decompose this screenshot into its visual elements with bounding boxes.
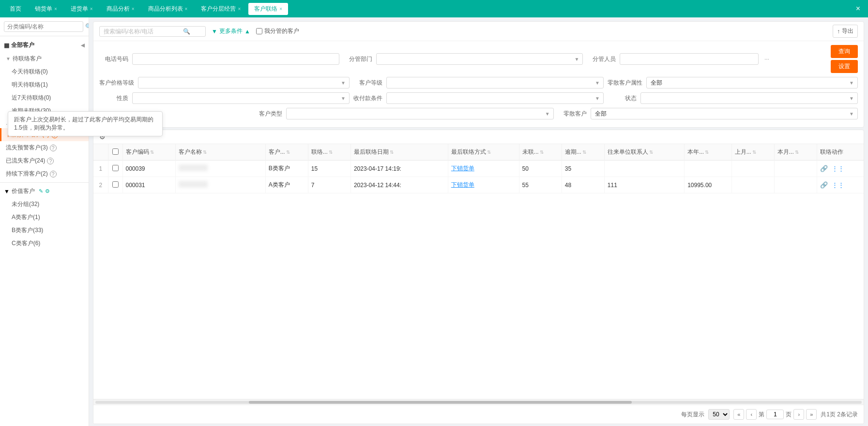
uncontacted-sort-icon[interactable]: ⇅ <box>540 149 544 155</box>
gender-select[interactable] <box>132 92 350 104</box>
horizontal-scrollbar[interactable] <box>93 399 864 405</box>
sidebar-ungrouped[interactable]: 未分组(32) <box>0 198 89 211</box>
manager-dots[interactable]: ··· <box>762 56 771 62</box>
grid-icon: ▦ <box>4 42 9 49</box>
department-select[interactable] <box>376 53 583 65</box>
nav-sales-close[interactable]: × <box>54 6 57 12</box>
retail-customer-select[interactable]: 全部 <box>591 108 858 119</box>
main-search-input[interactable] <box>104 28 181 35</box>
nav-customer-contact[interactable]: 客户联络 × <box>248 3 288 15</box>
filter-row-2: 客户价格等级 ▼ 客户等级 ▼ 零散客户属性 <box>99 77 858 88</box>
sidebar-tomorrow-pending[interactable]: 明天待联络(1) <box>0 78 89 91</box>
price-level-select[interactable] <box>138 77 350 88</box>
customer-type-select[interactable] <box>286 108 553 119</box>
last-page-btn[interactable]: » <box>806 409 817 420</box>
sidebar-search-area: 🔍 <box>0 17 89 36</box>
action-more-icon-0[interactable]: ⋮⋮ <box>832 165 844 172</box>
nav-customer-tier[interactable]: 客户分层经营 × <box>195 3 246 15</box>
more-conditions-btn[interactable]: ▼ 更多条件 ▲ <box>212 27 250 35</box>
cell-check-1[interactable] <box>108 177 122 193</box>
name-sort-icon[interactable]: ⇅ <box>203 149 207 155</box>
sidebar-value-customers-header[interactable]: ▼ 价值客户 ✎ ⚙ <box>0 185 89 198</box>
cell-check-0[interactable] <box>108 161 122 177</box>
lastdate-sort-icon[interactable]: ⇅ <box>390 149 394 155</box>
th-contact: 联络...⇅ <box>308 144 350 161</box>
nav-window-close[interactable]: × <box>852 4 864 13</box>
action-link-icon-0[interactable]: 🔗 <box>820 165 828 172</box>
nav-purchase-close[interactable]: × <box>90 6 93 12</box>
nav-purchase[interactable]: 进货单 × <box>65 3 99 15</box>
my-customers-checkbox[interactable] <box>256 28 262 34</box>
sidebar-today-pending[interactable]: 今天待联络(0) <box>0 65 89 78</box>
next-page-btn[interactable]: › <box>793 409 804 420</box>
cell-thismonth-1 <box>774 177 817 193</box>
nav-customer-contact-close[interactable]: × <box>279 6 282 12</box>
continuous-info-icon: ? <box>50 171 57 177</box>
cell-unitcontact-0 <box>604 161 684 177</box>
gender-select-wrapper: ▼ <box>132 92 350 104</box>
sidebar-lost-warning[interactable]: 流失预警客户(3) ? <box>0 141 89 154</box>
status-select-wrapper: ▼ <box>640 92 858 104</box>
value-arrow: ▼ <box>4 188 10 195</box>
settings-small-icon[interactable]: ⚙ <box>45 188 50 194</box>
sidebar-all-customers[interactable]: ▦ 全部客户 ◀ <box>0 38 89 52</box>
overdue-sort-icon[interactable]: ⇅ <box>582 149 586 155</box>
sidebar-pending-section[interactable]: ▼ 待联络客户 <box>0 52 89 65</box>
settings-button[interactable]: 设置 <box>831 60 858 73</box>
retail-attr-select-wrapper: 全部 ▼ <box>646 77 858 88</box>
thisyear-sort-icon[interactable]: ⇅ <box>705 149 709 155</box>
cell-thisyear-0 <box>685 161 731 177</box>
table-scroll-area[interactable]: 客户编码⇅ 客户名称⇅ 客户...⇅ 联络...⇅ <box>93 144 864 399</box>
sidebar-class-a[interactable]: A类客户(1) <box>0 211 89 224</box>
my-customers-checkbox-area[interactable]: 我分管的客户 <box>256 27 299 35</box>
code-sort-icon[interactable]: ⇅ <box>150 149 154 155</box>
action-link-icon-1[interactable]: 🔗 <box>820 181 828 189</box>
query-button[interactable]: 查询 <box>831 45 858 58</box>
export-icon: ↑ <box>837 28 840 35</box>
cell-level-1: A类客户 <box>265 177 308 193</box>
nav-product-analysis-close[interactable]: × <box>132 6 135 12</box>
nav-product-list[interactable]: 商品分析列表 × <box>142 3 194 15</box>
lost-info-icon: ? <box>50 145 57 151</box>
row-checkbox-0[interactable] <box>112 165 119 171</box>
customer-level-select[interactable] <box>386 77 604 88</box>
nav-home[interactable]: 首页 <box>4 3 27 15</box>
page-input[interactable] <box>766 410 784 419</box>
action-more-icon-1[interactable]: ⋮⋮ <box>832 181 844 189</box>
contact-sort-icon[interactable]: ⇅ <box>329 149 333 155</box>
first-page-btn[interactable]: « <box>733 409 744 420</box>
main-search-icon[interactable]: 🔍 <box>183 28 190 35</box>
cell-lastmethod-0[interactable]: 下销货单 <box>448 161 519 177</box>
export-button[interactable]: ↑ 导出 <box>833 25 858 38</box>
cell-uncontacted-1: 55 <box>519 177 562 193</box>
nav-sales[interactable]: 销货单 × <box>29 3 63 15</box>
cell-lastmethod-1[interactable]: 下销货单 <box>448 177 519 193</box>
lastmethod-sort-icon[interactable]: ⇅ <box>487 149 491 155</box>
nav-product-analysis[interactable]: 商品分析 × <box>101 3 140 15</box>
select-all-checkbox[interactable] <box>112 148 119 155</box>
sidebar-search-input[interactable] <box>4 21 83 32</box>
retail-attr-select[interactable]: 全部 <box>646 77 858 88</box>
page-size-select[interactable]: 50 <box>708 409 730 420</box>
nav-product-list-close[interactable]: × <box>185 6 188 12</box>
payment-terms-select[interactable] <box>386 92 604 104</box>
thismonth-sort-icon[interactable]: ⇅ <box>795 149 799 155</box>
prev-page-btn[interactable]: ‹ <box>746 409 757 420</box>
filter-payment-terms: 收付款条件 ▼ <box>353 92 604 104</box>
nav-customer-tier-close[interactable]: × <box>238 6 241 12</box>
sidebar-search-icon[interactable]: 🔍 <box>85 23 89 30</box>
sidebar-continuous-down[interactable]: 持续下滑客户(2) ? <box>0 167 89 180</box>
sidebar-7day-pending[interactable]: 近7天待联络(0) <box>0 91 89 104</box>
manager-input[interactable] <box>620 53 759 65</box>
row-checkbox-1[interactable] <box>112 181 119 188</box>
sidebar-class-b[interactable]: B类客户(33) <box>0 224 89 237</box>
level-sort-icon[interactable]: ⇅ <box>286 149 290 155</box>
edit-icon[interactable]: ✎ <box>39 188 43 194</box>
status-select[interactable] <box>640 92 858 104</box>
lastmonth-sort-icon[interactable]: ⇅ <box>752 149 756 155</box>
sidebar-class-c[interactable]: C类客户(6) <box>0 237 89 250</box>
phone-input[interactable] <box>132 53 339 65</box>
unitcontact-sort-icon[interactable]: ⇅ <box>649 149 653 155</box>
sidebar-already-lost[interactable]: 已流失客户(24) ? <box>0 154 89 167</box>
sidebar-collapse-btn[interactable]: ◀ <box>81 43 85 48</box>
